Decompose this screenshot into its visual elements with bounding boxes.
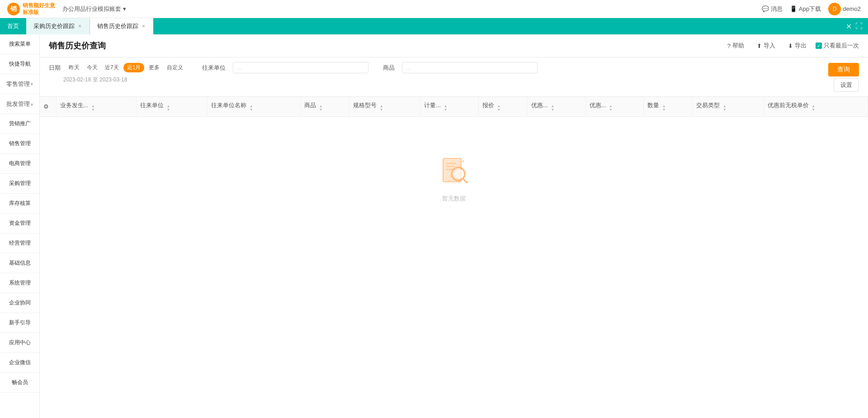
filter-section: 日期 昨天 今天 近7天 近1月 更多 自定义 往来单位 ...: [40, 57, 868, 97]
sidebar-item-app-center[interactable]: 应用中心: [0, 333, 39, 353]
sidebar-item-wholesale[interactable]: 批发管理 ▴: [0, 94, 39, 114]
th-party-name[interactable]: 往来单位名称 ▲▼: [208, 97, 301, 117]
tab-purchase-close[interactable]: ×: [77, 23, 82, 29]
svg-point-5: [453, 169, 463, 179]
sidebar-item-operations[interactable]: 经营管理: [0, 233, 39, 253]
th-party-code[interactable]: 往来单位 ▲▼: [136, 97, 207, 117]
th-goods[interactable]: 商品 ▲▼: [301, 97, 349, 117]
show-last-only-checkbox[interactable]: ✓ 只看最后一次: [816, 42, 859, 50]
tab-sales-history[interactable]: 销售历史价跟踪 ×: [90, 18, 153, 34]
settings-button[interactable]: 设置: [834, 78, 859, 92]
query-button[interactable]: 查询: [828, 63, 859, 76]
export-btn[interactable]: ⬇ 导出: [784, 40, 810, 52]
th-trade-type[interactable]: 交易类型 ▲▼: [693, 97, 764, 117]
date-btn-1month[interactable]: 近1月: [123, 63, 145, 72]
sidebar-marketing-label: 营销推广: [9, 120, 31, 128]
checkbox-icon: ✓: [816, 43, 822, 49]
tab-home[interactable]: 首页: [0, 18, 26, 34]
sidebar-item-sales-mgmt[interactable]: 销售管理: [0, 134, 39, 154]
th-quote[interactable]: 报价 ▲▼: [478, 97, 527, 117]
th-discount2[interactable]: 优惠... ▲▼: [585, 97, 644, 117]
sidebar-item-guide[interactable]: 新手引导: [0, 313, 39, 333]
sidebar-finance-label: 资金管理: [9, 219, 31, 227]
party-select[interactable]: ...: [233, 62, 368, 73]
import-icon: ⬆: [757, 43, 762, 49]
svg-line-6: [463, 179, 467, 183]
data-table: ⚙ 业务发生... ▲▼ 往来单位 ▲▼ 往来单位名称 ▲▼: [40, 97, 868, 239]
sort-arrows-biz-date: ▲▼: [91, 104, 95, 112]
goods-select[interactable]: ...: [402, 62, 538, 73]
tab-close-all-icon[interactable]: ✕: [846, 22, 852, 31]
sidebar-item-quick-nav[interactable]: 快捷导航: [0, 54, 39, 74]
tab-purchase-history[interactable]: 采购历史价跟踪 ×: [26, 18, 90, 34]
sidebar: 搜索菜单 快捷导航 零售管理 ▾ 批发管理 ▴ 营销推广 销售管理 电商管理 采…: [0, 34, 40, 418]
sort-arrows-party-name: ▲▼: [250, 104, 253, 112]
tab-home-label: 首页: [7, 22, 19, 30]
page-actions: ? 帮助 ⬆ 导入 ⬇ 导出 ✓ 只看最后一次: [724, 40, 859, 52]
date-btn-7days[interactable]: 近7天: [102, 63, 122, 72]
help-icon: ?: [727, 43, 731, 49]
filter-row-1: 日期 昨天 今天 近7天 近1月 更多 自定义 往来单位 ...: [49, 62, 823, 73]
tab-sales-close[interactable]: ×: [141, 23, 146, 29]
th-unit[interactable]: 计量... ▲▼: [420, 97, 479, 117]
chevron-icon: ▾: [31, 81, 33, 86]
user-menu[interactable]: D demo2: [828, 3, 861, 15]
sidebar-item-marketing[interactable]: 营销推广: [0, 114, 39, 134]
sidebar-item-system[interactable]: 系统管理: [0, 273, 39, 293]
sidebar-item-ecommerce[interactable]: 电商管理: [0, 154, 39, 174]
chevron-icon: ▴: [31, 101, 33, 106]
sidebar-search-label: 搜索菜单: [9, 40, 31, 48]
top-header: 销 销售额好生意 标准版 办公用品行业模拟账套 ▾ 💬 消息 📱 App下载 D…: [0, 0, 868, 18]
date-btn-yesterday[interactable]: 昨天: [66, 63, 82, 72]
sidebar-item-basic-info[interactable]: 基础信息: [0, 253, 39, 273]
sidebar-wholesale-label: 批发管理: [6, 100, 30, 108]
show-last-only-label: 只看最后一次: [824, 42, 859, 50]
tab-fullscreen-icon[interactable]: ⛶: [855, 22, 863, 30]
sidebar-retail-label: 零售管理: [6, 80, 30, 88]
sort-arrows-spec: ▲▼: [380, 104, 383, 112]
table-container: ⚙ 业务发生... ▲▼ 往来单位 ▲▼ 往来单位名称 ▲▼: [40, 97, 868, 418]
import-label: 导入: [764, 42, 775, 50]
sidebar-item-wechat[interactable]: 企业微信: [0, 353, 39, 373]
th-spec[interactable]: 规格型号 ▲▼: [349, 97, 420, 117]
sidebar-wechat-label: 企业微信: [9, 359, 31, 366]
date-btn-custom[interactable]: 自定义: [164, 63, 186, 72]
svg-rect-2: [446, 166, 454, 167]
sort-arrows-goods: ▲▼: [319, 104, 323, 112]
empty-state: ✦ 暂无数据: [40, 117, 868, 239]
workspace-selector[interactable]: 办公用品行业模拟账套 ▾: [59, 3, 130, 15]
header-right: 💬 消息 📱 App下载 D demo2: [762, 3, 861, 15]
header-left: 销 销售额好生意 标准版 办公用品行业模拟账套 ▾: [7, 2, 130, 15]
help-btn[interactable]: ? 帮助: [724, 40, 748, 52]
goods-select-value: ...: [406, 64, 411, 71]
sort-arrows-quantity: ▲▼: [662, 104, 666, 112]
sidebar-item-inventory[interactable]: 库存核算: [0, 194, 39, 214]
table-body: ✦ 暂无数据: [40, 117, 868, 239]
sidebar-item-retail[interactable]: 零售管理 ▾: [0, 74, 39, 94]
date-btn-more[interactable]: 更多: [146, 63, 162, 72]
sidebar-inventory-label: 库存核算: [9, 200, 31, 207]
message-label: 消息: [771, 5, 783, 13]
th-pretax-price[interactable]: 优惠前无税单价 ▲▼: [764, 97, 868, 117]
date-filter-label: 日期: [49, 64, 61, 72]
import-btn[interactable]: ⬆ 导入: [753, 40, 779, 52]
table-header-row: ⚙ 业务发生... ▲▼ 往来单位 ▲▼ 往来单位名称 ▲▼: [40, 97, 868, 117]
th-biz-date[interactable]: 业务发生... ▲▼: [56, 97, 136, 117]
sort-arrows-quote: ▲▼: [497, 104, 501, 112]
settings-icon: ⚙: [43, 103, 49, 110]
app-download-action[interactable]: 📱 App下载: [790, 5, 821, 13]
help-label: 帮助: [732, 42, 744, 50]
sort-arrows-trade-type: ▲▼: [723, 104, 726, 112]
empty-state-cell: ✦ 暂无数据: [40, 117, 868, 239]
th-settings[interactable]: ⚙: [40, 97, 56, 117]
sidebar-item-search[interactable]: 搜索菜单: [0, 34, 39, 54]
sidebar-item-enterprise[interactable]: 企业协同: [0, 293, 39, 313]
sidebar-item-vip[interactable]: 畅会员: [0, 373, 39, 393]
sidebar-item-finance[interactable]: 资金管理: [0, 214, 39, 233]
message-action[interactable]: 💬 消息: [762, 5, 783, 13]
sidebar-item-purchase[interactable]: 采购管理: [0, 174, 39, 194]
date-btn-today[interactable]: 今天: [84, 63, 100, 72]
th-discount1[interactable]: 优惠... ▲▼: [528, 97, 586, 117]
page-title: 销售历史价查询: [49, 40, 106, 51]
th-quantity[interactable]: 数量 ▲▼: [644, 97, 693, 117]
